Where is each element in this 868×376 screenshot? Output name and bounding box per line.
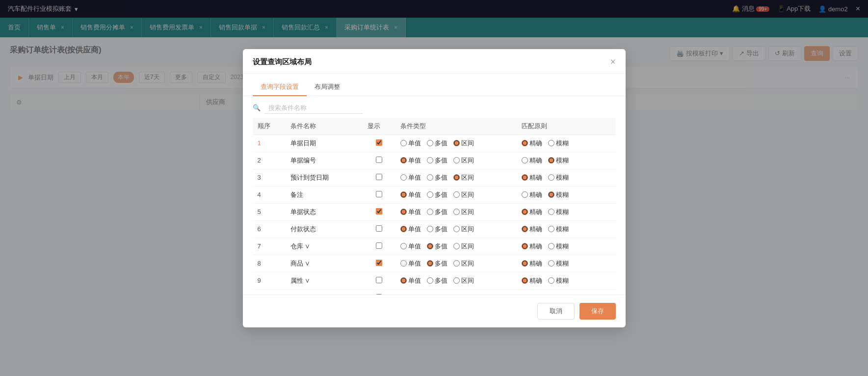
modal-close-button[interactable]: ×	[610, 57, 616, 67]
tab-layout[interactable]: 布局调整	[307, 79, 348, 96]
settings-modal: 设置查询区域布局 × 查询字段设置 布局调整 🔍 顺序	[243, 49, 626, 119]
tab-query-fields[interactable]: 查询字段设置	[253, 79, 307, 96]
modal-search-area: 🔍	[243, 96, 626, 118]
modal-table-wrapper: 顺序 条件名称 显示 条件类型 匹配原则	[243, 118, 626, 119]
col-order: 顺序	[253, 118, 286, 119]
modal-overlay: 设置查询区域布局 × 查询字段设置 布局调整 🔍 顺序	[0, 0, 868, 119]
modal-title: 设置查询区域布局	[253, 57, 312, 67]
condition-table: 顺序 条件名称 显示 条件类型 匹配原则	[253, 118, 616, 119]
modal-tabs: 查询字段设置 布局调整	[243, 74, 626, 96]
col-type: 条件类型	[395, 118, 517, 119]
search-icon: 🔍	[253, 104, 261, 111]
col-display: 显示	[363, 118, 395, 119]
modal-header: 设置查询区域布局 ×	[243, 49, 626, 74]
condition-search-input[interactable]	[264, 102, 363, 114]
col-name: 条件名称	[286, 118, 363, 119]
col-match: 匹配原则	[517, 118, 616, 119]
